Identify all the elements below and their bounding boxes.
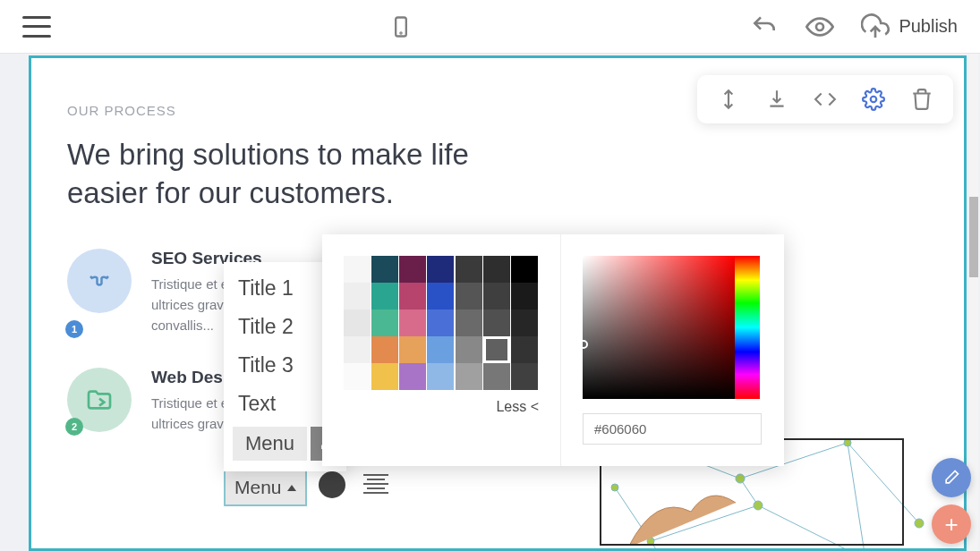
color-swatch[interactable] [483, 363, 510, 390]
dropdown-menu-button[interactable]: Menu [233, 427, 307, 461]
hamburger-menu-icon[interactable] [22, 16, 51, 38]
color-swatch[interactable] [427, 363, 454, 390]
feature-badge: 1 [65, 320, 83, 338]
color-swatch[interactable] [399, 283, 426, 309]
color-swatch[interactable] [344, 256, 371, 283]
undo-icon[interactable] [750, 13, 779, 41]
color-swatch[interactable] [427, 309, 454, 336]
block-toolbar [697, 75, 953, 123]
feature-badge: 2 [65, 418, 83, 436]
top-toolbar: Publish [0, 0, 980, 54]
swatch-grid [344, 256, 539, 390]
hue-slider[interactable] [735, 256, 760, 399]
color-swatch[interactable] [399, 363, 426, 390]
code-icon[interactable] [814, 88, 837, 111]
color-swatch[interactable] [483, 309, 510, 336]
less-toggle[interactable]: Less < [344, 399, 539, 415]
fab-edit-button[interactable] [932, 458, 971, 497]
move-vertical-icon[interactable] [717, 88, 740, 111]
color-swatch[interactable] [344, 283, 371, 309]
settings-gear-icon[interactable] [862, 88, 885, 111]
color-swatch[interactable] [427, 283, 454, 309]
preview-eye-icon[interactable] [805, 13, 834, 41]
color-swatch[interactable] [344, 336, 371, 363]
color-swatch[interactable] [456, 363, 482, 390]
hex-input[interactable] [583, 413, 762, 445]
color-swatch[interactable] [483, 283, 510, 309]
align-center-icon[interactable] [363, 471, 388, 496]
color-swatch[interactable] [456, 309, 482, 336]
download-icon[interactable] [765, 88, 788, 111]
color-swatch[interactable] [427, 256, 454, 283]
color-swatch[interactable] [427, 336, 454, 363]
color-swatch[interactable] [511, 283, 538, 309]
section-heading[interactable]: We bring solutions to make life easier f… [67, 136, 533, 213]
svg-point-2 [816, 23, 823, 30]
mobile-preview-icon[interactable] [388, 14, 413, 39]
caret-up-icon [287, 485, 296, 491]
color-swatch[interactable] [511, 363, 538, 390]
menu-button-label: Menu [234, 477, 282, 498]
trash-icon[interactable] [910, 88, 933, 111]
color-swatch[interactable] [371, 363, 398, 390]
color-swatch[interactable] [511, 336, 538, 363]
color-swatch[interactable] [399, 336, 426, 363]
color-swatch[interactable] [456, 336, 482, 363]
color-pointer[interactable] [579, 340, 588, 349]
color-swatch[interactable] [511, 256, 538, 283]
color-swatch[interactable] [399, 256, 426, 283]
text-color-swatch[interactable] [319, 471, 345, 498]
fab-add-button[interactable]: + [932, 504, 971, 544]
svg-point-18 [915, 519, 924, 528]
feature-icon-seo [67, 249, 132, 313]
color-swatch[interactable] [456, 283, 482, 309]
color-gradient-area[interactable] [583, 256, 762, 399]
color-swatch[interactable] [483, 336, 510, 363]
publish-label: Publish [899, 16, 958, 37]
color-swatch[interactable] [371, 336, 398, 363]
color-swatch[interactable] [371, 283, 398, 309]
color-swatch[interactable] [371, 256, 398, 283]
color-swatch[interactable] [371, 309, 398, 336]
publish-button[interactable]: Publish [861, 13, 958, 41]
color-swatch[interactable] [344, 309, 371, 336]
svg-point-29 [871, 97, 877, 103]
svg-point-1 [400, 32, 401, 33]
saturation-value-area[interactable] [583, 256, 735, 399]
color-picker-panel: Less < [322, 234, 784, 466]
color-swatch[interactable] [344, 363, 371, 390]
color-swatch[interactable] [399, 309, 426, 336]
color-swatch[interactable] [483, 256, 510, 283]
color-swatch[interactable] [456, 256, 482, 283]
color-swatch[interactable] [511, 309, 538, 336]
cloud-upload-icon [861, 13, 890, 41]
text-menu-button[interactable]: Menu [224, 469, 307, 506]
